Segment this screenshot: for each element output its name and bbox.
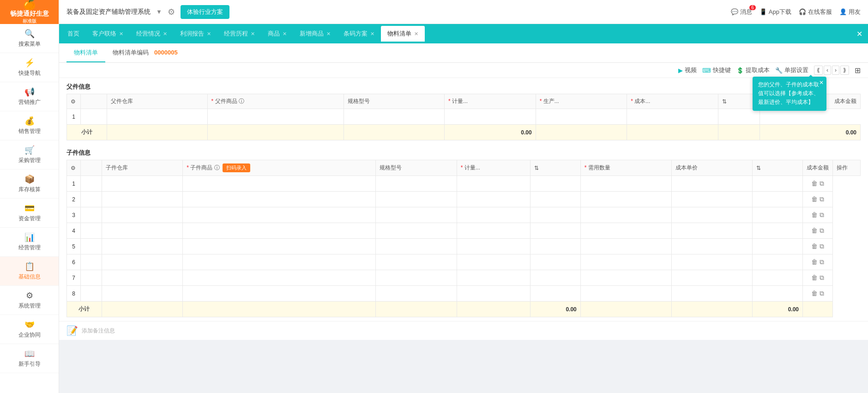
tab-profit-close[interactable]: ✕ — [207, 31, 211, 37]
tab-bom-close[interactable]: ✕ — [414, 31, 418, 37]
settings-gear-icon[interactable]: ⚙ — [168, 7, 175, 17]
delete-row8-btn[interactable]: 🗑 — [811, 290, 818, 297]
delete-row6-btn[interactable]: 🗑 — [811, 258, 818, 266]
child-row-8: 8 🗑 ⧉ — [67, 286, 861, 302]
view-video-label: 视频 — [685, 66, 697, 74]
parent-row1-product[interactable] — [107, 109, 207, 125]
app-download-label: App下载 — [769, 8, 791, 16]
sidebar-item-search[interactable]: 🔍 搜索菜单 — [0, 24, 59, 53]
app-download-btn[interactable]: 📱 App下载 — [760, 8, 791, 16]
parent-row1-unit[interactable] — [344, 109, 445, 125]
tab-barcode[interactable]: 条码方案 ✕ — [337, 26, 381, 42]
messages-btn[interactable]: 💬 消息 6 — [731, 8, 752, 16]
sidebar-item-operations[interactable]: 📊 经营管理 — [0, 228, 59, 257]
tab-barcode-label: 条码方案 — [344, 30, 368, 38]
child-col-sort[interactable]: ⇅ — [530, 160, 580, 176]
bom-code: 0000005 — [151, 44, 181, 60]
delete-row4-btn[interactable]: 🗑 — [811, 227, 818, 235]
trial-btn[interactable]: 体验行业方案 — [181, 5, 229, 19]
delete-row1-btn[interactable]: 🗑 — [811, 180, 818, 187]
sidebar-item-quicknav[interactable]: ⚡ 快捷导航 — [0, 53, 59, 82]
tab-home[interactable]: 首页 — [61, 26, 86, 42]
tab-profit[interactable]: 利润报告 ✕ — [174, 26, 217, 42]
tooltip-close-btn[interactable]: ✕ — [819, 79, 824, 87]
tab-customer[interactable]: 客户联络 ✕ — [86, 26, 130, 42]
tab-bom[interactable]: 物料清单 ✕ — [381, 26, 425, 42]
child-row1-spec[interactable] — [183, 176, 376, 192]
tab-addproduct[interactable]: 新增商品 ✕ — [293, 26, 337, 42]
purchase-icon: 🛒 — [24, 145, 35, 155]
tab-barcode-close[interactable]: ✕ — [370, 31, 374, 37]
user-avatar-btn[interactable]: 👤 用友 — [839, 8, 861, 16]
tab-operations[interactable]: 经营情况 ✕ — [130, 26, 174, 42]
copy-row8-btn[interactable]: ⧉ — [820, 290, 824, 297]
tab-addproduct-close[interactable]: ✕ — [326, 31, 331, 37]
sidebar-item-marketing[interactable]: 📢 营销推广 — [0, 82, 59, 111]
tab-history[interactable]: 经营历程 ✕ — [217, 26, 261, 42]
sidebar-item-finance[interactable]: 💳 资金管理 — [0, 199, 59, 228]
sidebar-item-sysmanage[interactable]: ⚙ 系统管理 — [0, 286, 59, 315]
child-row1-qty[interactable] — [530, 176, 580, 192]
delete-row5-btn[interactable]: 🗑 — [811, 242, 818, 250]
parent-col-settings[interactable]: ⚙ — [67, 94, 81, 109]
avatar-icon: 👤 — [839, 8, 847, 15]
scan-btn[interactable]: 扫码录入 — [223, 163, 250, 172]
grid-view-btn[interactable]: ⊞ — [855, 66, 861, 75]
child-col-unit: * 计量... — [457, 160, 530, 176]
sidebar-item-basicinfo[interactable]: 📋 基础信息 — [0, 257, 59, 286]
tab-operations-close[interactable]: ✕ — [163, 31, 167, 37]
child-row1-unitcost[interactable] — [580, 176, 671, 192]
copy-row3-btn[interactable]: ⧉ — [820, 211, 824, 219]
sidebar-item-guide[interactable]: 📖 新手引导 — [0, 344, 59, 373]
copy-row4-btn[interactable]: ⧉ — [820, 227, 824, 235]
child-row1-unit[interactable] — [376, 176, 457, 192]
sidebar-item-collab[interactable]: 🤝 企业协同 — [0, 315, 59, 344]
tab-product-close[interactable]: ✕ — [283, 31, 287, 37]
parent-row1-sort — [627, 109, 718, 125]
sidebar-item-purchase[interactable]: 🛒 采购管理 — [0, 140, 59, 169]
parent-section: 父件信息 ⚙ 父件仓库 * 父件商品 ⓘ 规格型号 * 计量... * 生产..… — [59, 78, 868, 144]
delete-row7-btn[interactable]: 🗑 — [811, 274, 818, 282]
shortcut-btn[interactable]: ⌨ 快捷键 — [702, 66, 731, 74]
child-col-unit-cost: 成本单价 — [671, 160, 752, 176]
copy-row5-btn[interactable]: ⧉ — [820, 242, 824, 250]
parent-row1-warehouse[interactable] — [81, 109, 107, 125]
parent-row1-spec[interactable] — [207, 109, 344, 125]
parent-col-warehouse: 父件仓库 — [107, 94, 207, 109]
extract-cost-label: 提取成本 — [746, 66, 770, 74]
copy-row1-btn[interactable]: ⧉ — [820, 180, 824, 187]
copy-row2-btn[interactable]: ⧉ — [820, 195, 824, 203]
tab-customer-label: 客户联络 — [92, 30, 116, 38]
delete-row3-btn[interactable]: 🗑 — [811, 211, 818, 219]
tab-product[interactable]: 商品 ✕ — [261, 26, 293, 42]
delete-row2-btn[interactable]: 🗑 — [811, 195, 818, 203]
close-all-tabs-btn[interactable]: ✕ — [853, 28, 866, 40]
child-row1-product[interactable] — [102, 176, 182, 192]
parent-row1-prod[interactable] — [445, 109, 536, 125]
sidebar-item-inventory[interactable]: 📦 库存核算 — [0, 169, 59, 199]
tab-history-close[interactable]: ✕ — [251, 31, 255, 37]
child-col-sort2[interactable]: ⇅ — [753, 160, 803, 176]
extract-cost-btn[interactable]: 💲 提取成本 — [736, 66, 770, 74]
copy-row6-btn[interactable]: ⧉ — [820, 258, 824, 266]
tab-customer-close[interactable]: ✕ — [119, 31, 123, 37]
dropdown-arrow-icon[interactable]: ▼ — [156, 8, 162, 15]
nav-prev-btn[interactable]: ‹ — [824, 66, 831, 75]
nav-first-btn[interactable]: ⟪ — [814, 66, 823, 75]
logo-icon: 🍊 — [23, 0, 36, 10]
sub-tab-bom[interactable]: 物料清单 — [66, 44, 105, 62]
copy-row7-btn[interactable]: ⧉ — [820, 274, 824, 282]
child-col-settings[interactable]: ⚙ — [67, 160, 81, 176]
online-service-btn[interactable]: 🎧 在线客服 — [799, 8, 832, 16]
tab-operations-label: 经营情况 — [136, 30, 160, 38]
child-row-1: 1 🗑 ⧉ — [67, 176, 861, 192]
nav-next-btn[interactable]: › — [832, 66, 839, 75]
view-video-btn[interactable]: ▶ 视频 — [678, 66, 697, 74]
parent-row1-cost[interactable] — [536, 109, 627, 125]
nav-last-btn[interactable]: ⟫ — [840, 66, 849, 75]
child-row-7: 7 🗑 ⧉ — [67, 270, 861, 286]
single-setting-btn[interactable]: 🔧 单据设置 — [775, 66, 808, 74]
sidebar-item-sales[interactable]: 💰 销售管理 — [0, 111, 59, 140]
child-row1-warehouse[interactable] — [81, 176, 102, 192]
parent-row-1: 1 — [67, 109, 861, 125]
